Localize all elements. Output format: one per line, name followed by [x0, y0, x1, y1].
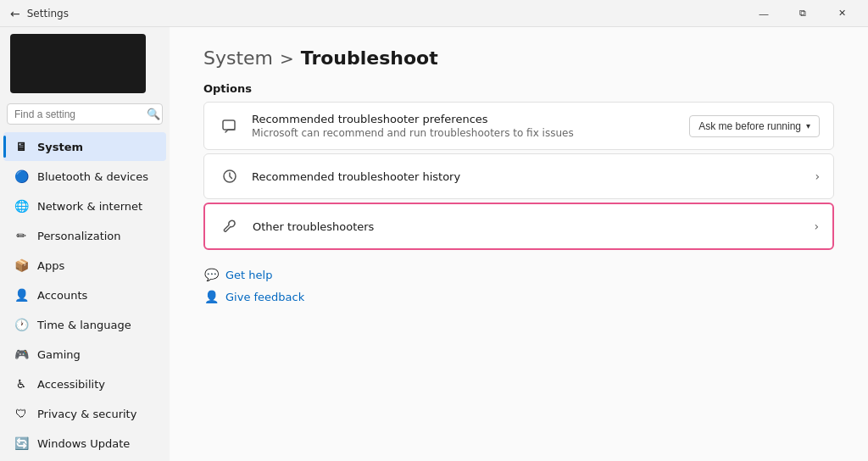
sidebar-item-label-bluetooth: Bluetooth & devices	[37, 170, 148, 183]
link-give-feedback[interactable]: 👤Give feedback	[203, 289, 834, 304]
sidebar-item-system[interactable]: 🖥System	[3, 132, 166, 161]
link-icon-get-help: 💬	[203, 267, 219, 282]
search-box[interactable]: 🔍	[7, 103, 163, 125]
breadcrumb: System > Troubleshoot	[203, 47, 834, 69]
restore-button[interactable]: ⧉	[783, 0, 822, 27]
accounts-nav-icon: 👤	[14, 287, 29, 303]
link-label-give-feedback: Give feedback	[225, 291, 304, 303]
option-action-other-troubleshooters: ›	[814, 219, 819, 233]
sidebar-item-accounts[interactable]: 👤Accounts	[3, 280, 166, 309]
sidebar-item-windowsupdate[interactable]: 🔄Windows Update	[3, 429, 166, 458]
sidebar-item-label-accessibility: Accessibility	[37, 378, 105, 391]
dropdown-label-recommended-prefs: Ask me before running	[698, 120, 801, 132]
sidebar-item-time[interactable]: 🕐Time & language	[3, 310, 166, 339]
link-get-help[interactable]: 💬Get help	[203, 267, 834, 282]
sidebar-item-label-system: System	[37, 141, 83, 153]
title-bar-left: ← Settings	[10, 7, 69, 20]
sidebar-item-personalization[interactable]: ✏Personalization	[3, 221, 166, 250]
options-section-label: Options	[203, 82, 834, 95]
option-action-recommended-prefs: Ask me before running▾	[689, 115, 820, 137]
chevron-right-icon-other-troubleshooters: ›	[814, 219, 819, 233]
sidebar-item-label-accounts: Accounts	[37, 289, 87, 302]
option-title-recommended-prefs: Recommended troubleshooter preferences	[252, 113, 689, 125]
chevron-down-icon: ▾	[806, 121, 810, 131]
title-bar-title: Settings	[27, 8, 69, 19]
nav-list: 🖥System🔵Bluetooth & devices🌐Network & in…	[0, 131, 170, 458]
system-nav-icon: 🖥	[14, 139, 29, 154]
option-desc-recommended-prefs: Microsoft can recommend and run troubles…	[252, 127, 689, 139]
close-button[interactable]: ✕	[822, 0, 861, 27]
search-icon: 🔍	[147, 108, 160, 120]
apps-nav-icon: 📦	[14, 258, 29, 273]
svg-rect-0	[223, 120, 235, 130]
option-icon-recommended-prefs	[218, 114, 242, 138]
sidebar-item-label-privacy: Privacy & security	[37, 408, 136, 420]
network-nav-icon: 🌐	[14, 198, 29, 214]
title-bar: ← Settings — ⧉ ✕	[0, 0, 868, 27]
windowsupdate-nav-icon: 🔄	[14, 436, 29, 451]
app-body: 🔍 🖥System🔵Bluetooth & devices🌐Network & …	[0, 27, 868, 461]
sidebar-item-network[interactable]: 🌐Network & internet	[3, 192, 166, 220]
bluetooth-nav-icon: 🔵	[14, 169, 29, 184]
link-icon-give-feedback: 👤	[203, 289, 219, 304]
sidebar-item-label-network: Network & internet	[37, 200, 142, 213]
sidebar-item-label-personalization: Personalization	[37, 230, 121, 242]
sidebar-item-privacy[interactable]: 🛡Privacy & security	[3, 399, 166, 428]
sidebar-logo	[10, 34, 146, 93]
option-icon-other-troubleshooters	[219, 214, 242, 238]
sidebar: 🔍 🖥System🔵Bluetooth & devices🌐Network & …	[0, 27, 170, 461]
back-icon[interactable]: ←	[10, 7, 20, 20]
minimize-button[interactable]: —	[744, 0, 783, 27]
sidebar-item-label-time: Time & language	[37, 319, 131, 331]
links-section: 💬Get help👤Give feedback	[203, 267, 834, 304]
link-label-get-help: Get help	[225, 269, 272, 281]
personalization-nav-icon: ✏	[14, 228, 29, 243]
sidebar-item-label-apps: Apps	[37, 259, 64, 272]
gaming-nav-icon: 🎮	[14, 347, 29, 362]
option-card-other-troubleshooters[interactable]: Other troubleshooters›	[203, 203, 834, 250]
option-icon-recommended-history	[218, 164, 242, 188]
option-action-recommended-history: ›	[815, 169, 820, 183]
title-bar-controls: — ⧉ ✕	[744, 0, 861, 27]
option-text-other-troubleshooters: Other troubleshooters	[253, 220, 814, 233]
accessibility-nav-icon: ♿	[14, 376, 29, 392]
sidebar-item-label-windowsupdate: Windows Update	[37, 437, 130, 450]
privacy-nav-icon: 🛡	[14, 406, 29, 421]
breadcrumb-current: Troubleshoot	[301, 47, 438, 69]
search-input[interactable]	[14, 108, 142, 120]
option-card-recommended-prefs[interactable]: Recommended troubleshooter preferencesMi…	[203, 102, 834, 150]
option-card-recommended-history[interactable]: Recommended troubleshooter history›	[203, 153, 834, 199]
dropdown-btn-recommended-prefs[interactable]: Ask me before running▾	[689, 115, 820, 137]
option-title-other-troubleshooters: Other troubleshooters	[253, 220, 814, 233]
breadcrumb-separator: >	[280, 48, 294, 69]
sidebar-item-gaming[interactable]: 🎮Gaming	[3, 340, 166, 369]
sidebar-item-bluetooth[interactable]: 🔵Bluetooth & devices	[3, 162, 166, 191]
sidebar-item-apps[interactable]: 📦Apps	[3, 251, 166, 280]
sidebar-item-accessibility[interactable]: ♿Accessibility	[3, 369, 166, 398]
breadcrumb-parent[interactable]: System	[203, 47, 273, 69]
sidebar-item-label-gaming: Gaming	[37, 348, 81, 361]
content-area: System > Troubleshoot Options Recommende…	[170, 27, 868, 461]
options-list: Recommended troubleshooter preferencesMi…	[203, 102, 834, 250]
time-nav-icon: 🕐	[14, 317, 29, 332]
option-title-recommended-history: Recommended troubleshooter history	[252, 170, 815, 183]
chevron-right-icon-recommended-history: ›	[815, 169, 820, 183]
option-text-recommended-history: Recommended troubleshooter history	[252, 170, 815, 183]
option-text-recommended-prefs: Recommended troubleshooter preferencesMi…	[252, 113, 689, 139]
